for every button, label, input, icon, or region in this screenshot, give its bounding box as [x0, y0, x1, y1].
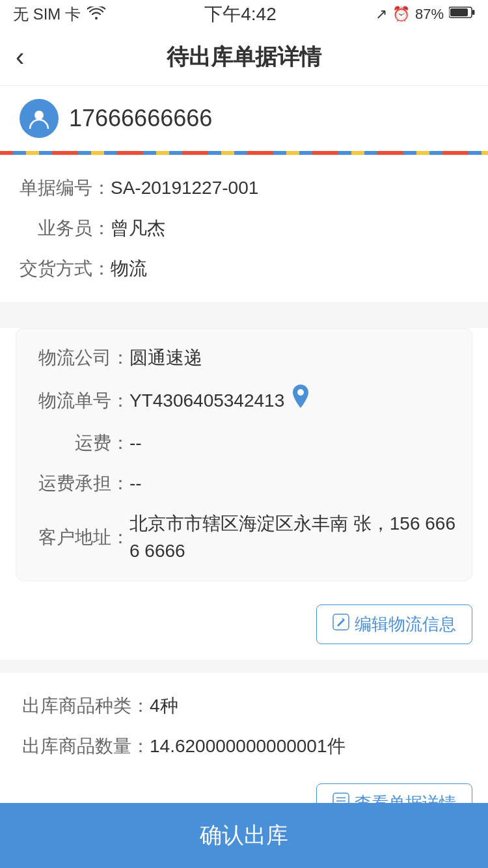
back-button[interactable]: ‹ — [16, 42, 24, 72]
document-number-label: 单据编号： — [20, 174, 111, 202]
goods-quantity-value: 14.620000000000001件 — [150, 733, 468, 760]
wifi-icon — [87, 5, 105, 23]
carrier-label: 无 SIM 卡 — [13, 4, 81, 25]
avatar — [20, 99, 59, 138]
logistics-address-label: 客户地址： — [32, 524, 129, 551]
svg-rect-2 — [450, 8, 468, 16]
delivery-method-label: 交货方式： — [20, 255, 111, 282]
location-status-icon: ↗ — [375, 6, 387, 23]
logistics-address-value: 北京市市辖区海淀区永丰南 张，156 6666 6666 — [129, 510, 456, 565]
logistics-section: 物流公司： 圆通速递 物流单号： YT4306405342413 运费： -- … — [0, 328, 488, 660]
logistics-tracking-value: YT4306405342413 — [129, 385, 456, 416]
edit-btn-row: 编辑物流信息 — [0, 594, 488, 660]
svg-rect-1 — [472, 10, 475, 15]
logistics-address-row: 客户地址： 北京市市辖区海淀区永丰南 张，156 6666 6666 — [32, 510, 456, 565]
confirm-btn-container: 确认出库 — [0, 803, 488, 868]
status-bar: 无 SIM 卡 下午4:42 ↗ ⏰ 87% — [0, 0, 488, 29]
order-info-section: 单据编号： SA-20191227-001 业务员： 曾凡杰 交货方式： 物流 — [0, 155, 488, 302]
confirm-label: 确认出库 — [200, 821, 288, 850]
logistics-freight-value: -- — [129, 429, 456, 457]
delivery-method-value: 物流 — [111, 255, 468, 282]
salesperson-row: 业务员： 曾凡杰 — [20, 215, 468, 242]
logistics-card: 物流公司： 圆通速递 物流单号： YT4306405342413 运费： -- … — [16, 328, 472, 581]
goods-types-label: 出库商品种类： — [20, 692, 150, 720]
confirm-outbound-button[interactable]: 确认出库 — [0, 803, 488, 868]
logistics-freight-bearer-row: 运费承担： -- — [32, 470, 456, 497]
logistics-tracking-label: 物流单号： — [32, 387, 129, 414]
edit-logistics-button[interactable]: 编辑物流信息 — [316, 604, 472, 644]
goods-quantity-label: 出库商品数量： — [20, 733, 150, 760]
status-right: ↗ ⏰ 87% — [375, 6, 475, 23]
svg-point-3 — [34, 111, 44, 120]
back-icon: ‹ — [16, 42, 24, 71]
alarm-icon: ⏰ — [392, 6, 410, 23]
logistics-company-value: 圆通速递 — [129, 344, 456, 372]
logistics-freight-bearer-label: 运费承担： — [32, 470, 129, 497]
logistics-company-row: 物流公司： 圆通速递 — [32, 344, 456, 372]
logistics-freight-bearer-value: -- — [129, 470, 456, 497]
nav-bar: ‹ 待出库单据详情 — [0, 29, 488, 86]
delivery-method-row: 交货方式： 物流 — [20, 255, 468, 282]
customer-phone: 17666666666 — [69, 105, 212, 132]
page-title: 待出库单据详情 — [167, 42, 321, 72]
logistics-freight-row: 运费： -- — [32, 429, 456, 457]
battery-icon — [449, 6, 475, 23]
goods-types-row: 出库商品种类： 4种 — [20, 692, 468, 720]
section-gap-2 — [0, 660, 488, 673]
section-gap-1 — [0, 302, 488, 315]
document-number-row: 单据编号： SA-20191227-001 — [20, 174, 468, 202]
status-time: 下午4:42 — [204, 2, 277, 27]
logistics-freight-label: 运费： — [32, 429, 129, 457]
goods-quantity-row: 出库商品数量： 14.620000000000001件 — [20, 733, 468, 760]
battery-percentage: 87% — [415, 6, 444, 23]
goods-types-value: 4种 — [150, 692, 468, 720]
logistics-company-label: 物流公司： — [32, 344, 129, 372]
map-pin-icon[interactable] — [291, 385, 310, 416]
logistics-tracking-row: 物流单号： YT4306405342413 — [32, 385, 456, 416]
goods-section: 出库商品种类： 4种 出库商品数量： 14.620000000000001件 — [0, 673, 488, 773]
salesperson-label: 业务员： — [20, 215, 111, 242]
status-left: 无 SIM 卡 — [13, 4, 105, 25]
customer-header: 17666666666 — [0, 86, 488, 151]
salesperson-value: 曾凡杰 — [111, 215, 468, 242]
document-number-value: SA-20191227-001 — [111, 174, 468, 202]
person-icon — [27, 107, 51, 130]
edit-icon — [332, 614, 349, 635]
edit-logistics-label: 编辑物流信息 — [355, 613, 456, 636]
